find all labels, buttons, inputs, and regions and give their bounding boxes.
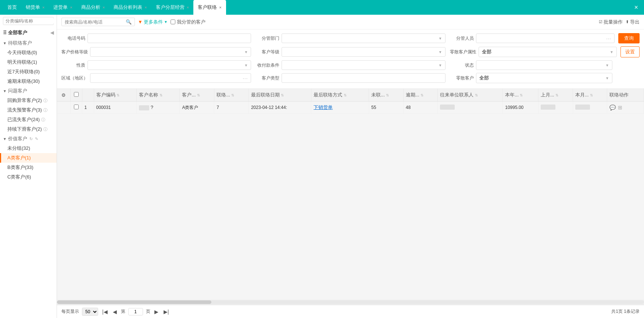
sort-lcw[interactable]: ⇅ bbox=[344, 93, 347, 97]
th-code[interactable]: 客户编码 ⇅ bbox=[94, 89, 137, 102]
sort-type[interactable]: ⇅ bbox=[197, 93, 200, 97]
sidebar-item-lost-customers[interactable]: 已流失客户(24) ⓘ bbox=[0, 115, 57, 124]
filter-input-customer-type[interactable] bbox=[282, 73, 445, 83]
filter-search-input[interactable] bbox=[65, 20, 124, 25]
sort-contact[interactable]: ⇅ bbox=[231, 93, 234, 97]
nav-tab-customer-contact[interactable]: 客户联络 × bbox=[193, 0, 226, 15]
sort-tm[interactable]: ⇅ bbox=[590, 93, 593, 97]
filter-input-nature[interactable]: ▼ bbox=[87, 60, 251, 70]
filter-input-customer-grade[interactable]: ▼ bbox=[282, 47, 445, 57]
page-number-input[interactable] bbox=[128, 308, 143, 315]
sort-overdue[interactable]: ⇅ bbox=[421, 93, 423, 97]
filter-input-department[interactable]: ▼ bbox=[282, 33, 445, 43]
filter-more-conditions[interactable]: ▼ 更多条件 ▼ bbox=[138, 19, 168, 25]
th-checkbox[interactable] bbox=[70, 89, 82, 102]
th-contact[interactable]: 联络... ⇅ bbox=[214, 89, 249, 102]
filter-input-status[interactable]: ▼ bbox=[476, 60, 612, 70]
th-last-month[interactable]: 上月... ⇅ bbox=[538, 89, 573, 102]
sidebar-item-7days-contact[interactable]: 近7天待联络(0) bbox=[0, 67, 57, 77]
sidebar-item-ungrouped[interactable]: 未分组(32) bbox=[0, 144, 57, 153]
sidebar-item-tomorrow-contact[interactable]: 明天待联络(1) bbox=[0, 57, 57, 67]
th-this-year[interactable]: 本年... ⇅ bbox=[503, 89, 539, 102]
sidebar-section-value-customers[interactable]: ▼ 价值客户 ↻ ✎ bbox=[0, 134, 57, 144]
edit-icon[interactable]: ✎ bbox=[35, 137, 38, 141]
sort-lcd[interactable]: ⇅ bbox=[281, 93, 284, 97]
sort-ty[interactable]: ⇅ bbox=[520, 93, 523, 97]
sidebar-item-loss-warning[interactable]: 流失预警客户(3) ⓘ bbox=[0, 105, 57, 115]
sidebar-item-c-customers[interactable]: C类客户(6) bbox=[0, 172, 57, 182]
filter-input-region[interactable]: ··· bbox=[90, 73, 251, 83]
th-unit-contact[interactable]: 往来单位联系人 ⇅ bbox=[438, 89, 503, 102]
last-contact-way-link[interactable]: 下销货单 bbox=[314, 105, 333, 110]
th-overdue[interactable]: 逾期... ⇅ bbox=[403, 89, 438, 102]
nav-tab-home[interactable]: 首页 bbox=[3, 0, 21, 15]
th-settings[interactable]: ⚙ bbox=[57, 89, 70, 102]
scroll-thumb[interactable] bbox=[57, 300, 211, 304]
filter-search-icon[interactable]: 🔍 bbox=[126, 19, 132, 25]
sidebar-item-a-customers[interactable]: A类客户(1) bbox=[0, 153, 57, 163]
filter-search-box[interactable]: 🔍 bbox=[61, 18, 135, 26]
sidebar-item-declining-customers[interactable]: 持续下滑客户(2) ⓘ bbox=[0, 124, 57, 134]
row-checkbox[interactable] bbox=[74, 105, 79, 109]
grid-action-icon[interactable]: ⊞ bbox=[618, 105, 622, 110]
sort-uc[interactable]: ⇅ bbox=[475, 93, 478, 97]
close-customer-contact-tab[interactable]: × bbox=[219, 5, 221, 10]
filter-input-scatter[interactable]: 全部 ▼ bbox=[476, 73, 612, 83]
th-no-contact[interactable]: 未联... ⇅ bbox=[369, 89, 403, 102]
td-checkbox[interactable] bbox=[70, 102, 82, 114]
close-sales-tab[interactable]: × bbox=[42, 5, 44, 10]
settings-button[interactable]: 设置 bbox=[620, 46, 640, 57]
nav-tab-customer-tier[interactable]: 客户分层经营 × bbox=[151, 0, 193, 15]
sidebar-section-problem-customers[interactable]: ▼ 问题客户 bbox=[0, 86, 57, 96]
sidebar-all-customers[interactable]: ⠿ 全部客户 ◀ bbox=[0, 27, 57, 38]
filter-input-scatter-attr[interactable]: 全部 ▼ bbox=[479, 47, 617, 57]
query-button[interactable]: 查询 bbox=[618, 33, 640, 43]
my-customers-checkbox[interactable]: 我分管的客户 bbox=[171, 19, 205, 25]
sidebar-search-input[interactable] bbox=[6, 18, 57, 24]
nav-tab-sales[interactable]: 销货单 × bbox=[21, 0, 49, 15]
sort-nc[interactable]: ⇅ bbox=[386, 93, 389, 97]
sidebar-search-box[interactable]: 🔍 bbox=[3, 17, 54, 25]
my-customers-check[interactable] bbox=[171, 20, 175, 24]
refresh-icon[interactable]: ↻ bbox=[29, 137, 33, 141]
sidebar-item-today-contact[interactable]: 今天待联络(0) bbox=[0, 48, 57, 57]
th-name[interactable]: 客户名称 ⇅ bbox=[137, 89, 180, 102]
horizontal-scroll-area[interactable] bbox=[57, 300, 644, 305]
settings-icon[interactable]: ⚙ bbox=[61, 92, 66, 98]
th-last-contact-date[interactable]: 最后联络日期 ⇅ bbox=[248, 89, 311, 102]
th-last-contact-way[interactable]: 最后联络方式 ⇅ bbox=[311, 89, 369, 102]
sidebar-item-overdue-contact[interactable]: 逾期未联络(30) bbox=[0, 77, 57, 86]
chat-action-icon[interactable]: 💬 bbox=[609, 105, 616, 110]
td-name: ? bbox=[137, 102, 180, 114]
close-purchase-tab[interactable]: × bbox=[70, 5, 72, 10]
close-customer-tier-tab[interactable]: × bbox=[187, 5, 189, 10]
sort-lm[interactable]: ⇅ bbox=[555, 93, 558, 97]
last-page-button[interactable]: ▶| bbox=[162, 309, 170, 315]
filter-input-payment[interactable]: ▼ bbox=[282, 60, 445, 70]
per-page-select[interactable]: 50 bbox=[82, 308, 98, 316]
sidebar-collapse-button[interactable]: ◀ bbox=[50, 30, 54, 35]
sidebar-item-b-customers[interactable]: B类客户(33) bbox=[0, 163, 57, 172]
nav-tab-product-analysis-list[interactable]: 商品分析列表 × bbox=[109, 0, 151, 15]
close-all-tabs-button[interactable]: × bbox=[631, 4, 641, 11]
filter-input-phone[interactable] bbox=[87, 33, 251, 43]
first-page-button[interactable]: |◀ bbox=[101, 309, 109, 315]
filter-input-manager[interactable]: ··· bbox=[476, 33, 615, 43]
sidebar-section-pending-contact[interactable]: ▼ 待联络客户 bbox=[0, 38, 57, 48]
batch-ops-link[interactable]: ☑ 批量操作 bbox=[599, 19, 623, 25]
next-page-button[interactable]: ▶ bbox=[153, 309, 160, 315]
filter-input-price-grade[interactable]: ▼ bbox=[90, 47, 251, 57]
export-link[interactable]: ⬆ 导出 bbox=[626, 19, 640, 25]
td-last-contact-way[interactable]: 下销货单 bbox=[311, 102, 369, 114]
th-this-month[interactable]: 本月... ⇅ bbox=[573, 89, 607, 102]
select-all-checkbox[interactable] bbox=[74, 92, 79, 97]
nav-tab-purchase[interactable]: 进货单 × bbox=[49, 0, 76, 15]
sort-name[interactable]: ⇅ bbox=[160, 93, 162, 97]
prev-page-button[interactable]: ◀ bbox=[112, 309, 118, 315]
close-product-analysis-list-tab[interactable]: × bbox=[144, 5, 147, 10]
nav-tab-product-analysis[interactable]: 商品分析 × bbox=[77, 0, 109, 15]
th-type[interactable]: 客户... ⇅ bbox=[180, 89, 214, 102]
close-product-analysis-tab[interactable]: × bbox=[103, 5, 105, 10]
sidebar-item-repurchase-abnormal[interactable]: 回购异常客户(2) ⓘ bbox=[0, 96, 57, 105]
sort-code[interactable]: ⇅ bbox=[117, 93, 119, 97]
